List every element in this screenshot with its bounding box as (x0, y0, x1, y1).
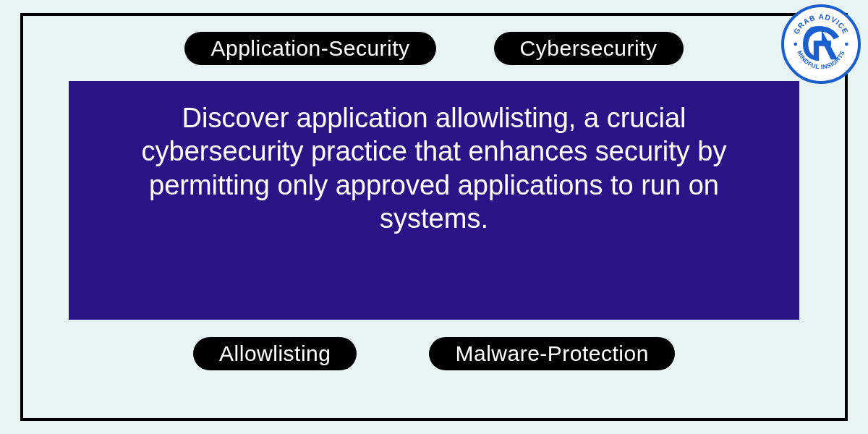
logo-mark (803, 26, 839, 61)
svg-point-3 (845, 43, 848, 46)
description-text: Discover application allowlisting, a cru… (98, 101, 770, 235)
brand-logo: GRAB ADVICE MINDFUL INSIGHTS (781, 4, 861, 84)
logo-circle: GRAB ADVICE MINDFUL INSIGHTS (781, 4, 861, 84)
tag-malware-protection: Malware-Protection (429, 337, 674, 370)
tag-allowlisting: Allowlisting (193, 337, 357, 370)
svg-text:GRAB ADVICE: GRAB ADVICE (792, 13, 850, 35)
logo-top-text: GRAB ADVICE (792, 13, 850, 35)
svg-text:MINDFUL INSIGHTS: MINDFUL INSIGHTS (796, 49, 846, 70)
top-tags-row: Application-Security Cybersecurity (23, 32, 845, 65)
bottom-tags-row: Allowlisting Malware-Protection (23, 337, 845, 370)
logo-svg: GRAB ADVICE MINDFUL INSIGHTS (784, 7, 858, 81)
tag-cybersecurity: Cybersecurity (494, 32, 684, 65)
logo-bottom-text: MINDFUL INSIGHTS (796, 49, 846, 70)
description-panel: Discover application allowlisting, a cru… (69, 81, 799, 320)
tag-application-security: Application-Security (184, 32, 435, 65)
content-frame: Application-Security Cybersecurity Disco… (20, 13, 848, 421)
svg-point-2 (793, 43, 797, 46)
